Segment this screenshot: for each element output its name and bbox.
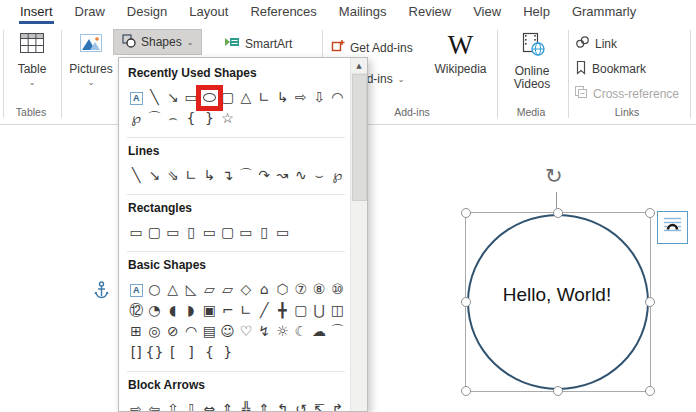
bevel-shape[interactable]: ⊞ xyxy=(127,321,145,342)
left-bracket-shape[interactable]: [ xyxy=(164,342,182,363)
curve-shape[interactable]: ∿ xyxy=(292,165,310,186)
right-brace-shape[interactable]: } xyxy=(200,108,218,129)
diagonal-stripe-shape[interactable]: ╱ xyxy=(255,300,273,321)
isosceles-triangle-shape[interactable]: △ xyxy=(164,279,182,300)
curved-connector-shape[interactable]: ⌒ xyxy=(237,165,255,186)
tab-insert[interactable]: Insert xyxy=(20,4,53,25)
resize-handle-top-right[interactable] xyxy=(645,208,655,218)
elbow-double-arrow-connector-shape[interactable]: ↴ xyxy=(218,165,236,186)
up-down-arrow-shape[interactable]: ⇕ xyxy=(218,399,236,411)
block-arc-shape[interactable]: ◠ xyxy=(182,321,200,342)
cross-shape[interactable]: ╋ xyxy=(273,300,291,321)
link-button[interactable]: Link xyxy=(575,35,617,52)
chord-shape[interactable]: ◖ xyxy=(164,300,182,321)
oval-shape[interactable]: ○ xyxy=(145,279,163,300)
text-box-shape[interactable]: A xyxy=(127,279,145,300)
bent-up-arrow-shape[interactable]: ↱ xyxy=(328,399,346,411)
resize-handle-top-left[interactable] xyxy=(461,208,471,218)
pictures-button[interactable]: Pictures ⌄ xyxy=(66,31,116,87)
tab-mailings[interactable]: Mailings xyxy=(339,4,387,25)
bent-arrow-shape[interactable]: ↰ xyxy=(273,399,291,411)
rectangle-shape[interactable]: ▭ xyxy=(127,222,145,243)
table-button[interactable]: Table ⌄ xyxy=(8,31,56,87)
resize-handle-top-center[interactable] xyxy=(553,208,563,218)
tab-layout[interactable]: Layout xyxy=(189,4,228,25)
wikipedia-button[interactable]: W Wikipedia xyxy=(433,32,488,76)
plaque-shape[interactable]: ▢ xyxy=(292,300,310,321)
moon-shape[interactable]: ☾ xyxy=(292,321,310,342)
right-brace-shape[interactable]: } xyxy=(218,342,236,363)
rotate-handle-icon[interactable]: ↻ xyxy=(545,164,563,188)
isosceles-triangle-shape[interactable]: △ xyxy=(237,87,255,108)
online-videos-button[interactable]: Online Videos xyxy=(506,31,558,91)
sun-shape[interactable]: ☼ xyxy=(273,321,291,342)
curve-shape[interactable]: ⌒ xyxy=(145,108,163,129)
right-arrow-shape[interactable]: ⇨ xyxy=(127,399,145,411)
resize-handle-bottom-center[interactable] xyxy=(553,386,563,396)
arc-shape[interactable]: ⌒ xyxy=(328,321,346,342)
tab-draw[interactable]: Draw xyxy=(75,4,105,25)
cross-reference-button[interactable]: Cross-reference xyxy=(574,85,679,102)
tab-help[interactable]: Help xyxy=(523,4,550,25)
tab-view[interactable]: View xyxy=(473,4,501,25)
u-turn-arrow-shape[interactable]: ↺ xyxy=(292,399,310,411)
star-5-point-shape[interactable]: ☆ xyxy=(218,108,236,129)
cloud-shape[interactable]: ☁ xyxy=(310,321,328,342)
scrollbar-up-arrow-icon[interactable]: ▲ xyxy=(351,58,367,74)
left-up-arrow-shape[interactable]: ↸ xyxy=(310,399,328,411)
left-right-up-arrow-shape[interactable]: ⇑ xyxy=(255,399,273,411)
donut-shape[interactable]: ◎ xyxy=(145,321,163,342)
tab-references[interactable]: References xyxy=(250,4,316,25)
bookmark-button[interactable]: Bookmark xyxy=(575,60,646,78)
left-brace-shape[interactable]: { xyxy=(200,342,218,363)
tab-grammarly[interactable]: Grammarly xyxy=(572,4,636,25)
shapes-button[interactable]: Shapes ⌄ xyxy=(113,29,202,55)
dodecagon-shape[interactable]: ⑫ xyxy=(127,300,145,321)
oval-shape[interactable] xyxy=(200,87,218,108)
tab-design[interactable]: Design xyxy=(127,4,167,25)
line-arrow-shape[interactable]: ↘ xyxy=(145,165,163,186)
hexagon-shape[interactable]: ⬡ xyxy=(273,279,291,300)
resize-handle-middle-right[interactable] xyxy=(645,297,655,307)
l-shape-shape[interactable]: ∟ xyxy=(237,300,255,321)
line-double-arrow-shape[interactable]: ⇘ xyxy=(164,165,182,186)
line-shape[interactable]: ╲ xyxy=(145,87,163,108)
heptagon-shape[interactable]: ⑦ xyxy=(292,279,310,300)
scribble-shape[interactable]: ℘ xyxy=(127,108,145,129)
snip-single-corner-rectangle-shape[interactable]: ▭ xyxy=(164,222,182,243)
elbow-connector-shape[interactable]: ∟ xyxy=(255,87,273,108)
elbow-arrow-connector-shape[interactable]: ↳ xyxy=(200,165,218,186)
elbow-arrow-connector-shape[interactable]: ↳ xyxy=(273,87,291,108)
scrollbar-thumb[interactable] xyxy=(352,74,367,201)
right-triangle-shape[interactable]: ◺ xyxy=(182,279,200,300)
curved-double-arrow-connector-shape[interactable]: ↝ xyxy=(273,165,291,186)
half-frame-shape[interactable]: ⌐ xyxy=(218,300,236,321)
layout-options-button[interactable] xyxy=(657,211,688,244)
left-brace-shape[interactable]: { xyxy=(182,108,200,129)
double-bracket-shape[interactable]: [] xyxy=(127,342,145,363)
smiley-face-shape[interactable]: ☺ xyxy=(218,321,236,342)
smartart-button[interactable]: SmartArt xyxy=(224,35,292,52)
no-symbol-shape[interactable]: ⊘ xyxy=(164,321,182,342)
teardrop-shape[interactable]: ◗ xyxy=(182,300,200,321)
octagon-shape[interactable]: ⑧ xyxy=(310,279,328,300)
left-arrow-shape[interactable]: ⇦ xyxy=(145,399,163,411)
line-shape[interactable]: ╲ xyxy=(127,165,145,186)
double-brace-shape[interactable]: {} xyxy=(145,342,163,363)
folded-corner-shape[interactable]: ▤ xyxy=(200,321,218,342)
curved-arrow-connector-shape[interactable]: ↷ xyxy=(255,165,273,186)
right-arrow-shape[interactable]: ⇨ xyxy=(292,87,310,108)
snip-same-side-corners-rectangle-shape[interactable]: ▯ xyxy=(182,222,200,243)
text-box-shape[interactable]: A xyxy=(127,87,145,108)
round-same-side-corners-rectangle-shape[interactable]: ▯ xyxy=(255,222,273,243)
up-arrow-shape[interactable]: ⇧ xyxy=(164,399,182,411)
frame-shape[interactable]: ▣ xyxy=(200,300,218,321)
snip-and-round-single-corner-rectangle-shape[interactable]: ▢ xyxy=(218,222,236,243)
heart-shape[interactable]: ♡ xyxy=(237,321,255,342)
flowchart-delay-shape[interactable]: ◠ xyxy=(328,87,346,108)
arc-shape[interactable]: ⌢ xyxy=(164,108,182,129)
tab-review[interactable]: Review xyxy=(409,4,452,25)
elbow-connector-shape[interactable]: ∟ xyxy=(182,165,200,186)
line-arrow-shape[interactable]: ↘ xyxy=(164,87,182,108)
resize-handle-bottom-right[interactable] xyxy=(645,386,655,396)
